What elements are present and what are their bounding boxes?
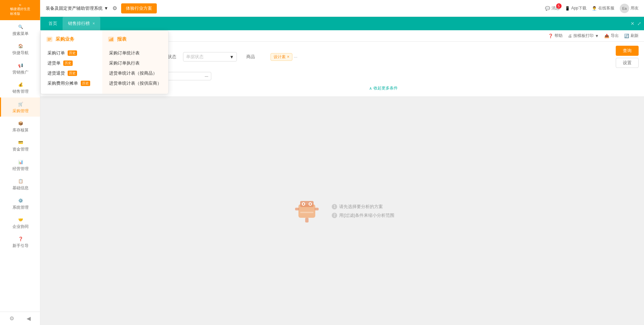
guide-icon: ❓ [17,236,24,242]
user-item[interactable]: Ea 用友 [620,4,639,13]
template-print-toolbar-item[interactable]: 🖨 按模板打印 ▼ [568,33,599,39]
sidebar-item-sales[interactable]: 💰 销售管理 [0,78,40,97]
tab-sales-ranking[interactable]: 销售排行榜 × [63,17,100,30]
sidebar-label-guide: 新手引导 [12,243,29,248]
collapse-sidebar-icon[interactable]: ◀ [27,315,31,322]
query-button[interactable]: 查询 [616,46,639,56]
purchase-section-title-text: 采购业务 [56,36,74,42]
sidebar-item-marketing[interactable]: 📢 营销推广 [0,59,40,78]
cooperation-icon: 🤝 [17,216,24,223]
tab-sales-ranking-label: 销售排行榜 [68,21,90,27]
help-toolbar-item[interactable]: ❓ 帮助 [548,33,563,39]
purchase-dropdown-menu: 采购业务 采购订单 历史 进货单 历史 进货退货 历史 采购费用分摊单 历史 [40,30,169,94]
gear-icon[interactable]: ⚙ [112,5,117,11]
svg-point-6 [303,203,304,205]
app-download-label: App下载 [571,5,586,11]
doc-status-select[interactable]: 单据状态 ▼ [183,52,237,62]
sidebar-label-basic-info: 基础信息 [12,186,29,190]
po-execution-label: 采购订单执行表 [109,60,140,66]
sidebar-nav: 🔍 搜索菜单 🏠 快捷导航 📢 营销推广 💰 销售管理 🛒 采购管理 📦 库存核… [0,20,40,312]
goods-return-history-badge: 历史 [68,71,77,76]
goods-receipt-label: 进货单 [47,60,61,66]
sidebar-item-system[interactable]: ⚙️ 系统管理 [0,194,40,213]
tabbar: 首页 销售排行榜 × ✕ ⤢ [40,17,644,30]
search-icon: 🔍 [17,24,24,30]
message-badge: 5 [556,3,562,9]
purchase-section-icon [46,36,53,43]
topbar-right: 💬 消息 5 📱 App下载 👨‍💼 在线客服 Ea 用友 [545,4,639,13]
sidebar-item-operation[interactable]: 📊 经营管理 [0,155,40,174]
inventory-icon: 📦 [17,120,24,127]
sidebar-bottom: ⚙ ◀ [0,312,40,325]
tab-home-label: 首页 [48,21,57,27]
reports-section-icon [108,36,114,43]
online-service-label: 在线客服 [598,5,614,11]
sidebar-item-basic-info[interactable]: 📋 基础信息 [0,174,40,194]
tip-text-1: 请先选择要分析的方案 [339,202,383,211]
purchase-icon: 🛒 [17,101,24,108]
window-maximize-icon[interactable]: ⤢ [637,21,641,26]
print-dropdown-chevron: ▼ [595,34,599,38]
sidebar-label-operation: 经营管理 [12,166,29,171]
dropdown-item-goods-return[interactable]: 进货退货 历史 [46,68,92,78]
refresh-label: 刷新 [631,33,639,39]
sidebar-item-search[interactable]: 🔍 搜索菜单 [0,20,40,39]
capital-icon: 💳 [17,139,24,146]
dropdown-item-purchase-order[interactable]: 采购订单 历史 [46,48,92,58]
dropdown-item-purchase-expense[interactable]: 采购费用分摊单 历史 [46,78,92,88]
dropdown-section-purchase-title: 采购业务 [46,36,92,44]
doc-status-chevron-icon: ▼ [229,54,234,59]
sidebar-item-purchase[interactable]: 🛒 采购管理 [0,97,40,117]
sidebar-item-inventory[interactable]: 📦 库存核算 [0,117,40,136]
sidebar-label-quick-nav: 快捷导航 [12,50,29,55]
empty-state: 1 请先选择要分析的方案 2 用[过滤]条件来缩小分析范围 [40,97,644,325]
dropdown-item-po-execution[interactable]: 采购订单执行表 [108,58,163,68]
settings-bottom-icon[interactable]: ⚙ [9,315,14,322]
sidebar-item-quick-nav[interactable]: 🏠 快捷导航 [0,39,40,58]
sidebar-item-guide[interactable]: ❓ 新手引导 [0,232,40,251]
system-name-text: 装备及固定资产辅助管理系统 [46,5,103,11]
dropdown-item-receipt-by-goods[interactable]: 进货单统计表（按商品） [108,68,163,78]
goods-return-label: 进货退货 [47,70,65,76]
svg-rect-8 [305,218,309,222]
industry-solution-button[interactable]: 体验行业方案 [121,3,157,13]
sidebar-item-capital[interactable]: 💳 资金管理 [0,136,40,155]
goods-more-ellipsis[interactable]: ··· [294,54,297,59]
sidebar-label-capital: 资金管理 [12,147,29,152]
empty-content: 1 请先选择要分析的方案 2 用[过滤]条件来缩小分析范围 [290,194,394,228]
goods-tag[interactable]: 设计素 × [271,53,292,61]
operation-icon: 📊 [17,159,24,165]
sidebar-label-marketing: 营销推广 [12,70,29,75]
system-name-dropdown[interactable]: 装备及固定资产辅助管理系统 ▼ [46,5,108,11]
tip-item-2: 2 用[过滤]条件来缩小分析范围 [332,211,394,220]
svg-rect-18 [111,38,112,41]
sidebar-item-cooperation[interactable]: 🤝 企业协同 [0,213,40,232]
po-stats-label: 采购订单统计表 [109,50,140,56]
collapse-button[interactable]: ∧ 收起更多条件 [369,85,398,91]
svg-text:6: 6 [19,4,20,6]
dropdown-section-reports: 报表 采购订单统计表 采购订单执行表 进货单统计表（按商品） 进货单统计表（按供… [102,31,168,94]
salesperson-ellipsis: ··· [205,74,208,79]
settings-button[interactable]: 设置 [616,58,639,68]
sidebar: 6 畅捷通好生意 标准版 🔍 搜索菜单 🏠 快捷导航 📢 营销推广 💰 销售管理… [0,0,40,325]
empty-illustration [290,194,324,228]
collapse-label: 收起更多条件 [373,85,398,91]
export-toolbar-item[interactable]: 📤 导出 [604,33,619,39]
goods-tag-close-icon[interactable]: × [287,54,289,59]
online-service-item[interactable]: 👨‍💼 在线客服 [592,5,614,11]
tab-home[interactable]: 首页 [43,17,63,30]
svg-rect-10 [315,208,319,210]
dropdown-item-receipt-by-supplier[interactable]: 进货单统计表（按供应商） [108,78,163,88]
dropdown-item-goods-receipt[interactable]: 进货单 历史 [46,58,92,68]
system-icon: ⚙️ [17,197,24,204]
tab-close-icon[interactable]: × [93,21,95,26]
svg-rect-11 [300,212,314,213]
export-label: 导出 [611,33,619,39]
refresh-toolbar-item[interactable]: 🔄 刷新 [624,33,639,39]
empty-tips: 1 请先选择要分析的方案 2 用[过滤]条件来缩小分析范围 [332,202,394,220]
app-download-item[interactable]: 📱 App下载 [565,5,586,11]
messages-item[interactable]: 💬 消息 5 [545,5,560,11]
sales-icon: 💰 [17,81,24,88]
dropdown-item-po-stats[interactable]: 采购订单统计表 [108,48,163,58]
window-close-icon[interactable]: ✕ [631,21,635,26]
